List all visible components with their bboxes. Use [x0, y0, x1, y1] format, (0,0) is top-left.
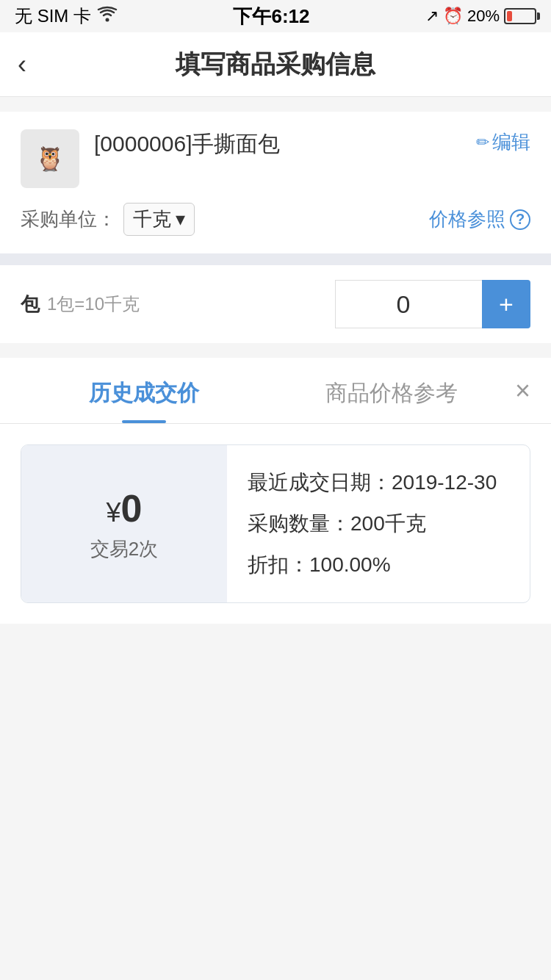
location-icon: ↗ — [425, 7, 439, 26]
page-title: 填写商品采购信息 — [176, 48, 375, 82]
wifi-icon — [97, 6, 118, 26]
alarm-icon: ⏰ — [443, 7, 463, 26]
recent-date-row: 最近成交日期：2019-12-30 — [248, 467, 509, 498]
price-card-right: 最近成交日期：2019-12-30 采购数量：200千克 折扣：100.00% — [227, 445, 530, 602]
battery-icon — [504, 8, 536, 24]
carrier-text: 无 SIM 卡 — [15, 4, 91, 28]
product-thumbnail: 🦉 — [21, 129, 79, 188]
purchase-qty-label: 采购数量： — [248, 512, 350, 535]
battery-percent: 20% — [467, 7, 500, 26]
recent-date-value: 2019-12-30 — [392, 471, 497, 494]
tabs-header: 历史成交价 商品价格参考 × — [0, 358, 551, 424]
price-card-left: ¥0 交易2次 — [21, 445, 227, 602]
discount-row: 折扣：100.00% — [248, 550, 509, 580]
quantity-input[interactable] — [335, 280, 482, 328]
unit-value: 千克 — [133, 206, 171, 232]
price-ref-label: 价格参照 — [429, 206, 505, 232]
product-name: [0000006]手撕面包 — [94, 131, 280, 156]
status-bar: 无 SIM 卡 下午6:12 ↗ ⏰ 20% — [0, 0, 551, 32]
discount-label: 折扣： — [248, 553, 309, 576]
bottom-area — [0, 624, 551, 980]
product-name-container: [0000006]手撕面包 — [94, 129, 280, 159]
quantity-plus-button[interactable]: + — [482, 280, 530, 328]
recent-date-label: 最近成交日期： — [248, 471, 392, 494]
nav-bar: ‹ 填写商品采购信息 — [0, 32, 551, 97]
status-right: ↗ ⏰ 20% — [425, 7, 536, 26]
price-ref-help-icon: ? — [510, 209, 530, 230]
product-unit-row: 采购单位： 千克 ▾ 价格参照 ? — [21, 203, 530, 236]
tab-history-price-label: 历史成交价 — [89, 381, 199, 405]
unit-select-dropdown[interactable]: 千克 ▾ — [123, 203, 195, 236]
product-left: 🦉 [0000006]手撕面包 — [21, 129, 280, 188]
price-card: ¥0 交易2次 最近成交日期：2019-12-30 采购数量：200千克 折扣：… — [21, 444, 530, 603]
quantity-unit-conversion: 1包=10千克 — [47, 292, 140, 316]
status-left: 无 SIM 卡 — [15, 4, 118, 28]
price-amount: ¥0 — [107, 486, 143, 530]
close-tab-button[interactable]: × — [515, 363, 530, 419]
product-logo-icon: 🦉 — [35, 147, 65, 170]
section-divider — [0, 253, 551, 265]
status-time: 下午6:12 — [233, 4, 309, 29]
quantity-row: 包 1包=10千克 + — [0, 265, 551, 343]
tab-product-price-ref-label: 商品价格参考 — [325, 381, 458, 405]
purchase-qty-value: 200千克 — [350, 512, 426, 535]
discount-value: 100.00% — [309, 553, 391, 576]
edit-button[interactable]: ✏ 编辑 — [476, 129, 530, 155]
price-card-wrapper: ¥0 交易2次 最近成交日期：2019-12-30 采购数量：200千克 折扣：… — [0, 424, 551, 624]
quantity-unit-badge: 包 — [21, 292, 40, 317]
price-reference-button[interactable]: 价格参照 ? — [429, 206, 530, 232]
trade-count: 交易2次 — [90, 536, 158, 562]
tab-product-price-ref[interactable]: 商品价格参考 — [267, 358, 514, 423]
tabs-section: 历史成交价 商品价格参考 × ¥0 交易2次 最近成交日期：2019-12-30… — [0, 358, 551, 624]
back-button[interactable]: ‹ — [18, 49, 26, 80]
purchase-qty-row: 采购数量：200千克 — [248, 508, 509, 539]
product-card: 🦉 [0000006]手撕面包 ✏ 编辑 采购单位： 千克 ▾ 价格参照 ? — [0, 112, 551, 253]
edit-label: 编辑 — [492, 129, 530, 155]
currency-symbol: ¥ — [107, 497, 121, 527]
quantity-input-group: + — [335, 280, 530, 328]
quantity-label: 包 1包=10千克 — [21, 292, 140, 317]
dropdown-arrow-icon: ▾ — [176, 208, 185, 231]
edit-icon: ✏ — [476, 133, 489, 152]
tab-history-price[interactable]: 历史成交价 — [21, 358, 267, 423]
svg-point-0 — [106, 18, 109, 22]
price-value: 0 — [121, 487, 143, 530]
product-header: 🦉 [0000006]手撕面包 ✏ 编辑 — [21, 129, 530, 188]
unit-label: 采购单位： 千克 ▾ — [21, 203, 195, 236]
